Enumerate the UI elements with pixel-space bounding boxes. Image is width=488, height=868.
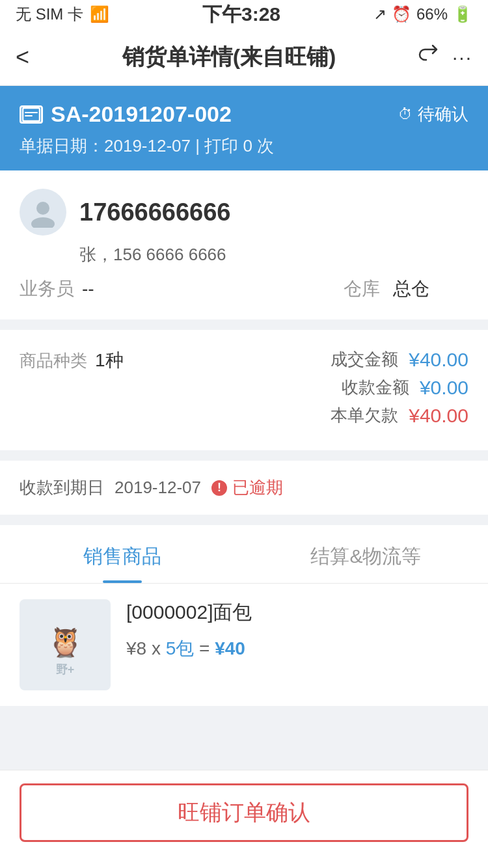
battery-label: 66% [416, 5, 448, 23]
product-logo: 🦉 [47, 625, 83, 659]
battery-icon: 🔋 [453, 5, 472, 23]
customer-section: 17666666666 张，156 6666 6666 业务员 -- 仓库 总仓 [0, 170, 488, 319]
multiply-sign: x [152, 638, 166, 658]
nav-bar: < 销货单详情(来自旺铺) ··· [0, 29, 488, 86]
product-info: [0000002]面包 ¥8 x 5包 = ¥40 [126, 599, 468, 661]
product-price: ¥8 x 5包 = ¥40 [126, 636, 468, 661]
status-right: ↗ ⏰ 66% 🔋 [373, 5, 472, 23]
wifi-icon: 📶 [90, 5, 109, 23]
warehouse-value: 总仓 [393, 277, 429, 301]
avatar [20, 189, 66, 236]
order-icon [20, 105, 43, 124]
svg-point-2 [31, 217, 55, 228]
warehouse-label: 仓库 [344, 277, 380, 301]
summary-section: 商品种类 1种 成交金额 ¥40.00 收款金额 ¥0.00 本单欠款 ¥40.… [0, 330, 488, 450]
sales-label: 业务员 [20, 277, 74, 301]
sales-value: -- [82, 278, 94, 299]
received-amount-row: 收款金额 ¥0.00 [331, 376, 468, 399]
overdue-badge: ! 已逾期 [211, 476, 283, 499]
tabs-container: 销售商品 结算&物流等 [0, 525, 488, 584]
customer-meta: 业务员 -- 仓库 总仓 [20, 277, 468, 301]
alarm-icon: ⏰ [392, 5, 411, 23]
product-total: ¥40 [215, 638, 245, 658]
customer-name: 张，156 6666 6666 [79, 243, 468, 266]
product-item: 🦉 野+ [0000002]面包 ¥8 x 5包 = ¥40 [0, 584, 488, 706]
status-left: 无 SIM 卡 📶 [16, 4, 109, 25]
bottom-action-area: 旺铺订单确认 [0, 770, 488, 868]
nav-actions: ··· [416, 43, 472, 71]
overdue-text: 已逾期 [232, 476, 283, 499]
more-button[interactable]: ··· [452, 46, 472, 68]
due-label: 收款到期日 [20, 476, 104, 499]
deal-amount-row: 成交金额 ¥40.00 [331, 348, 468, 371]
status-time: 下午3:28 [202, 1, 280, 28]
back-button[interactable]: < [16, 44, 42, 71]
order-header: SA-20191207-002 ⏱ 待确认 单据日期：2019-12-07 | … [0, 86, 488, 170]
product-qty: 5包 [166, 638, 195, 658]
sim-label: 无 SIM 卡 [16, 4, 83, 25]
customer-phone: 17666666666 [79, 198, 230, 226]
product-name: [0000002]面包 [126, 599, 468, 626]
svg-rect-0 [23, 108, 40, 121]
due-date-section: 收款到期日 2019-12-07 ! 已逾期 [0, 461, 488, 515]
product-type: 商品种类 1种 [20, 348, 124, 373]
due-date: 2019-12-07 [115, 478, 201, 498]
status-bar: 无 SIM 卡 📶 下午3:28 ↗ ⏰ 66% 🔋 [0, 0, 488, 29]
clock-icon: ⏱ [398, 106, 413, 123]
order-id: SA-20191207-002 [20, 102, 232, 127]
overdue-icon: ! [211, 480, 227, 496]
product-image: 🦉 野+ [20, 599, 111, 690]
product-logo-text: 野+ [56, 662, 75, 677]
owed-amount-row: 本单欠款 ¥40.00 [331, 404, 468, 427]
amount-summary: 成交金额 ¥40.00 收款金额 ¥0.00 本单欠款 ¥40.00 [331, 348, 468, 432]
confirm-order-button[interactable]: 旺铺订单确认 [20, 783, 468, 842]
order-status: ⏱ 待确认 [398, 103, 468, 126]
tab-settlement[interactable]: 结算&物流等 [244, 525, 488, 583]
page-title: 销货单详情(来自旺铺) [42, 42, 416, 72]
equals-sign: = [199, 638, 215, 658]
share-button[interactable] [416, 43, 439, 71]
location-icon: ↗ [373, 5, 386, 23]
order-date: 单据日期：2019-12-07 | 打印 0 次 [20, 135, 468, 157]
tabs: 销售商品 结算&物流等 [0, 525, 488, 584]
svg-point-1 [36, 202, 49, 215]
tab-sales-products[interactable]: 销售商品 [0, 525, 244, 583]
